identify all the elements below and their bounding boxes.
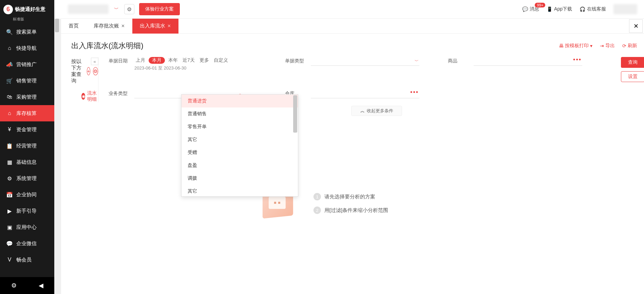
nav-item-14[interactable]: V畅会员 [0,252,54,268]
nav-label: 资金管理 [16,126,37,133]
biz-type-option[interactable]: 受赠 [182,146,298,159]
tab-2[interactable]: 出入库流水✕ [132,19,178,34]
nav-item-8[interactable]: ▦基础信息 [0,154,54,170]
scheme-item-icon: ◉ [81,93,85,100]
nav-label: 新手引导 [16,208,37,214]
tab-1[interactable]: 库存批次账✕ [86,19,132,34]
scheme-settings-button[interactable]: ⚙ [93,67,98,75]
export-button[interactable]: ⇥ 导出 [600,43,615,49]
online-service-link[interactable]: 🎧 在线客服 [580,6,606,12]
tab-label: 首页 [69,23,79,29]
app-download-label: App下载 [554,6,572,12]
nav-item-13[interactable]: 💬企业微信 [0,235,54,252]
biz-type-option[interactable]: 零售开单 [182,120,298,133]
nav-label: 企业微信 [16,240,37,247]
filter-panel: 按以下方案查询 + ⚙ « ◉ 流水明细 单据日期 上月本月本年近7天更多自定义… [71,57,637,116]
nav-item-1[interactable]: ⌂快捷导航 [0,40,54,56]
nav-item-4[interactable]: 🛍采购管理 [0,89,54,105]
logo-icon: 6 [3,5,13,14]
add-scheme-button[interactable]: + [87,67,90,75]
filter-warehouse: 仓库 ••• [285,90,428,98]
date-tag-近7天[interactable]: 近7天 [181,57,196,64]
company-name-blurred[interactable] [68,4,109,14]
nav-label: 营销推广 [16,61,37,68]
scheme-column: 按以下方案查询 + ⚙ « ◉ 流水明细 [71,57,98,102]
nav-item-7[interactable]: 📋经营管理 [0,138,54,154]
messages-link[interactable]: 💬 消息 99+ [522,6,539,12]
messages-badge: 99+ [535,3,545,7]
sidebar-scroll-thumb[interactable] [55,19,59,32]
brand-edition: 标准版 [13,17,54,22]
collapse-more-button[interactable]: ︽ 收起更多条件 [351,106,402,116]
settings-icon[interactable]: ⚙ [11,282,17,289]
query-button[interactable]: 查询 [621,57,644,68]
export-label: 导出 [605,43,615,49]
nav-item-11[interactable]: ▶新手引导 [0,203,54,219]
nav-item-6[interactable]: ¥资金管理 [0,121,54,138]
date-tag-自定义[interactable]: 自定义 [212,57,229,64]
experience-button[interactable]: 体验行业方案 [139,3,180,15]
biz-type-option[interactable]: 盘盈 [182,159,298,172]
nav-label: 经营管理 [16,143,37,149]
search-icon: 🔍 [6,28,13,35]
biz-type-option[interactable]: 普通销售 [182,107,298,120]
dropdown-scrollbar[interactable] [293,95,297,133]
date-range-text: 2023-06-01 至 2023-06-30 [134,65,229,71]
date-tag-更多[interactable]: 更多 [198,57,210,64]
biz-type-label: 业务类型 [109,90,130,97]
nav-item-3[interactable]: 🛒销售管理 [0,73,54,89]
nav-label: 基础信息 [16,159,37,165]
biz-type-dropdown: 普通进货普通销售零售开单其它受赠盘盈调拨其它 [181,94,298,197]
collapse-scheme-button[interactable]: « [91,58,98,65]
filter-settings-button[interactable]: 设置 [621,71,644,82]
top-header: ﹀ ⚙ 体验行业方案 💬 消息 99+ 📱 App下载 🎧 在线客服 [61,0,644,19]
nav-item-10[interactable]: 📅企业协同 [0,187,54,203]
step-1-text: 请先选择要分析的方案 [324,194,375,200]
filter-doc-date: 单据日期 上月本月本年近7天更多自定义 2023-06-01 至 2023-06… [109,57,265,71]
goods-input[interactable]: ••• [474,57,582,66]
doc-type-input[interactable]: ﹀ [311,57,419,66]
nav-item-12[interactable]: ▣应用中心 [0,219,54,235]
date-tag-本年[interactable]: 本年 [167,57,179,64]
nav-item-5[interactable]: ⌂库存核算 [0,105,54,121]
user-avatar-blurred[interactable] [613,4,637,14]
nav-label: 畅会员 [16,257,32,263]
filter-goods: 商品 ••• [448,57,590,66]
header-settings-button[interactable]: ⚙ [124,4,134,14]
date-tag-上月[interactable]: 上月 [134,57,147,64]
vip-icon: V [6,256,13,263]
nav-label: 应用中心 [16,224,37,231]
nav-label: 库存核算 [16,110,37,117]
nav-label: 搜索菜单 [16,29,37,35]
biz-type-option[interactable]: 调拨 [182,172,298,185]
biz-type-option[interactable]: 普通进货 [182,95,298,107]
empty-step-1: 1 请先选择要分析的方案 [314,193,388,200]
app-download-link[interactable]: 📱 App下载 [547,6,572,12]
close-icon[interactable]: ✕ [167,23,171,28]
page-content: 出入库流水(流水明细) 🖶 按模板打印 ▾ ⇥ 导出 ⟳ 刷新 按以下方案查询 … [64,34,644,294]
close-icon[interactable]: ✕ [121,23,125,28]
nav-item-2[interactable]: 📣营销推广 [0,56,54,73]
biz-type-option[interactable]: 其它 [182,133,298,146]
print-label: 按模板打印 [565,43,589,49]
nav-item-0[interactable]: 🔍搜索菜单 [0,24,54,40]
sidebar: 6 畅捷通好生意 标准版 🔍搜索菜单⌂快捷导航📣营销推广🛒销售管理🛍采购管理⌂库… [0,0,54,294]
header-right: 💬 消息 99+ 📱 App下载 🎧 在线客服 [522,4,637,14]
refresh-button[interactable]: ⟳ 刷新 [622,43,637,49]
close-all-tabs-button[interactable]: ✕ [629,19,643,33]
nav-item-9[interactable]: ⚙系统管理 [0,170,54,187]
date-tag-本月[interactable]: 本月 [149,57,165,64]
scheme-item-flow-detail[interactable]: ◉ 流水明细 [81,90,98,102]
message-icon: 💬 [522,6,528,12]
grid-icon: ▦ [6,159,13,165]
company-switch-icon[interactable]: ﹀ [114,6,119,12]
empty-step-2: 2 用[过滤]条件来缩小分析范围 [314,207,388,214]
biz-type-option[interactable]: 其它 [182,185,298,196]
sidebar-scrollbar[interactable] [54,19,61,294]
megaphone-icon: 📣 [6,61,13,68]
warehouse-input[interactable]: ••• [311,90,419,98]
tab-label: 出入库流水 [140,23,165,29]
tab-0[interactable]: 首页 [61,19,86,34]
print-button[interactable]: 🖶 按模板打印 ▾ [559,43,592,49]
collapse-sidebar-icon[interactable]: ◀ [39,282,43,289]
